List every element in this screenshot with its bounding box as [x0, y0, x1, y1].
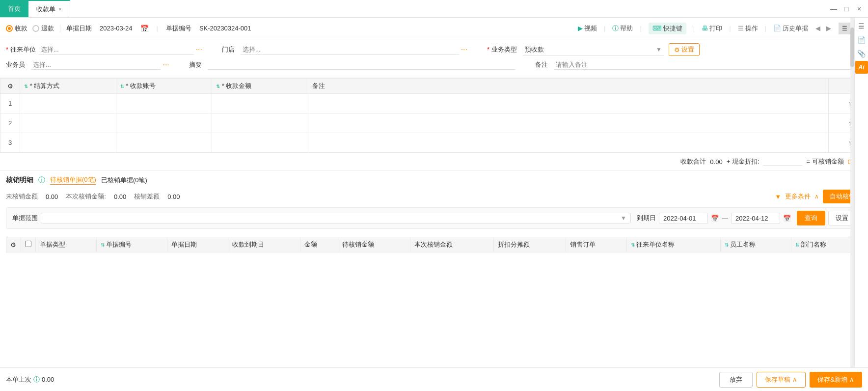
- th-gear[interactable]: ⚙: [0, 79, 20, 94]
- hx-select-all-checkbox[interactable]: [25, 241, 31, 247]
- row1-remark[interactable]: [308, 94, 828, 113]
- tab-home[interactable]: 首页: [0, 0, 28, 17]
- counterpart-input[interactable]: [39, 45, 194, 55]
- abandon-button[interactable]: 放弃: [719, 372, 753, 388]
- date-calendar1-icon[interactable]: 📅: [711, 215, 719, 222]
- settle-label: * 结算方式: [30, 82, 60, 89]
- hx-tab-done[interactable]: 已核销单据(0笔): [101, 176, 147, 185]
- save-draft-button[interactable]: 保存草稿 ∧: [757, 372, 806, 388]
- divider-3: |: [604, 25, 605, 32]
- due-date-from-input[interactable]: [659, 213, 708, 224]
- doc-no-label: 单据编号: [166, 24, 191, 33]
- minimize-button[interactable]: —: [829, 4, 839, 14]
- date-calendar-icon[interactable]: 📅: [140, 25, 149, 32]
- save-new-label: 保存&新增: [817, 375, 847, 384]
- doc-range-select[interactable]: ▼: [41, 213, 631, 223]
- save-new-button[interactable]: 保存&新增 ∧: [810, 372, 862, 388]
- th-settle-method: ⇅ * 结算方式: [20, 79, 116, 94]
- close-button[interactable]: ×: [854, 4, 864, 14]
- biz-type-select[interactable]: 预收款 ▼: [523, 44, 664, 56]
- help-button[interactable]: ⓘ 帮助: [612, 24, 633, 33]
- query-button[interactable]: 查询: [797, 211, 825, 225]
- scroll-thumb[interactable]: [850, 28, 854, 67]
- shop-input[interactable]: [241, 45, 459, 55]
- sidebar-attach-icon[interactable]: 📎: [855, 47, 868, 60]
- hx-discount-label: 折扣分摊额: [498, 241, 530, 248]
- maximize-button[interactable]: □: [841, 4, 851, 14]
- hx-table: ⚙ 单据类型 ⇅ 单据编号: [6, 237, 862, 252]
- scrollbar[interactable]: [850, 18, 854, 367]
- more-conditions-label[interactable]: 更多条件: [785, 192, 811, 201]
- counterpart-ellipsis-icon[interactable]: ···: [196, 45, 202, 54]
- history-button[interactable]: 📄 历史单据: [773, 24, 808, 33]
- staff-input[interactable]: [31, 60, 161, 70]
- this-hx-value: 0.00: [114, 193, 126, 200]
- row1-settle[interactable]: [20, 94, 116, 113]
- row3-amount[interactable]: [212, 133, 308, 153]
- row3-account[interactable]: [116, 133, 212, 153]
- due-date-to-input[interactable]: [731, 213, 780, 224]
- settings-btn-wrap: ⚙ 设置: [669, 43, 700, 56]
- sidebar-ai-icon[interactable]: Ai: [855, 61, 868, 74]
- total-label: 收款合计: [680, 157, 706, 166]
- hx-table-header: ⚙ 单据类型 ⇅ 单据编号: [6, 237, 862, 252]
- memo-field: 摘要: [189, 60, 516, 70]
- amount-sort-icon: ⇅: [216, 84, 220, 89]
- hx-th-amount: 金额: [300, 237, 338, 252]
- row3-remark[interactable]: [308, 133, 828, 153]
- receipt-refund-radio: 收款 退款: [6, 24, 54, 33]
- shop-ellipsis-icon[interactable]: ···: [461, 45, 467, 54]
- bottom-bar: 本单上次 ⓘ 0.00 放弃 保存草稿 ∧ 保存&新增 ∧: [0, 367, 868, 391]
- prev-arrow[interactable]: ◀: [813, 24, 823, 33]
- shop-label: 门店: [222, 45, 235, 54]
- remark-label: 备注: [312, 82, 325, 89]
- staff-ellipsis-icon[interactable]: ···: [163, 60, 169, 69]
- form-settings-button[interactable]: ⚙ 设置: [669, 43, 700, 56]
- memo-input[interactable]: [208, 60, 516, 70]
- row2-remark[interactable]: [308, 113, 828, 133]
- remark-field: 备注: [535, 60, 862, 70]
- hx-th-checkbox[interactable]: [21, 237, 36, 252]
- radio-receipt[interactable]: 收款: [6, 24, 27, 33]
- radio-refund-dot: [32, 25, 39, 32]
- radio-refund[interactable]: 退款: [32, 24, 54, 33]
- row3-no: 3: [0, 133, 20, 153]
- table-row: 3 🗑 ❏: [0, 133, 868, 153]
- hx-header: 核销明细 ⓘ 待核销单据(0笔) 已核销单据(0笔): [0, 170, 868, 188]
- radio-receipt-label: 收款: [15, 24, 27, 33]
- hx-th-pending: 待核销金额: [338, 237, 410, 252]
- sidebar-doc-icon[interactable]: 📄: [855, 33, 868, 46]
- row1-amount[interactable]: [212, 94, 308, 113]
- hx-tab-pending[interactable]: 待核销单据(0笔): [50, 175, 96, 185]
- biz-type-field: 业务类型 预收款 ▼: [487, 44, 664, 56]
- hx-info-icon[interactable]: ⓘ: [38, 176, 45, 185]
- ops-button[interactable]: ☰ 操作: [738, 24, 758, 33]
- row2-settle[interactable]: [20, 113, 116, 133]
- form-row-2: 业务员 ··· 摘要 备注: [6, 60, 862, 70]
- row2-amount[interactable]: [212, 113, 308, 133]
- remark-input[interactable]: [554, 60, 862, 70]
- row2-account[interactable]: [116, 113, 212, 133]
- discount-input[interactable]: [763, 158, 802, 166]
- tab-receipt[interactable]: 收款单 ×: [28, 0, 70, 17]
- video-button[interactable]: ▶ 视频: [578, 24, 597, 33]
- sidebar-table-icon[interactable]: ☰: [855, 20, 868, 32]
- help-icon: ⓘ: [612, 24, 619, 33]
- row1-account[interactable]: [116, 94, 212, 113]
- list-view-btn[interactable]: ☰: [839, 23, 850, 34]
- divider-1: [60, 25, 60, 32]
- filter-icon: ▼: [775, 193, 781, 200]
- counterpart-field: 往来单位 ···: [6, 45, 202, 55]
- divider-7: |: [765, 25, 766, 32]
- tab-close-icon[interactable]: ×: [58, 6, 62, 13]
- shop-field: 门店 ···: [222, 45, 467, 55]
- doc-no-value: SK-20230324-001: [199, 25, 251, 32]
- bottom-info-icon: ⓘ: [33, 375, 40, 384]
- next-arrow[interactable]: ▶: [824, 24, 834, 33]
- print-button[interactable]: 🖶 打印: [702, 24, 722, 33]
- hx-th-gear[interactable]: ⚙: [6, 237, 21, 252]
- date-calendar2-icon[interactable]: 📅: [783, 215, 791, 222]
- hx-this-hx-label: 本次核销金额: [414, 241, 453, 248]
- row3-settle[interactable]: [20, 133, 116, 153]
- shortcut-button[interactable]: ⌨ 快捷键: [649, 23, 686, 34]
